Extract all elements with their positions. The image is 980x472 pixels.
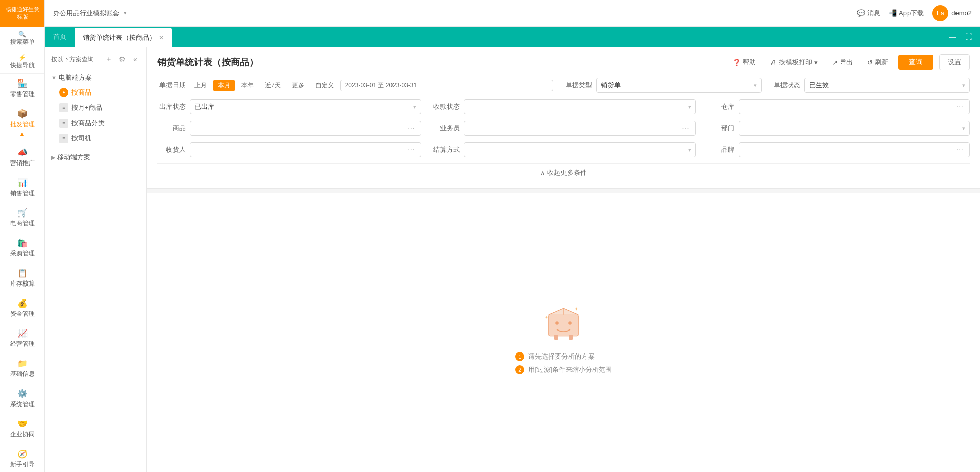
left-panel: 按以下方案查询 ＋ ⚙ « ▼ 电脑端方案 ● 按商品 ≡ bbox=[45, 47, 147, 472]
scheme-item-by-category[interactable]: ≡ 按商品分类 bbox=[45, 115, 146, 131]
app-download-btn[interactable]: 📲 App下载 bbox=[889, 9, 924, 18]
sidebar-item-basic[interactable]: 📁 基础信息 bbox=[0, 353, 44, 384]
collapse-bar[interactable]: ∧ 收起更多条件 bbox=[157, 163, 970, 181]
tab-active[interactable]: 销货单统计表（按商品） ✕ bbox=[75, 28, 172, 48]
tab-minimize-btn[interactable]: — bbox=[945, 30, 960, 44]
sidebar-search[interactable]: 🔍 搜索菜单 bbox=[0, 27, 44, 51]
filter-area: 销货单统计表（按商品） ❓ 帮助 🖨 按模板打印 ▾ bbox=[147, 47, 980, 189]
add-scheme-btn[interactable]: ＋ bbox=[104, 54, 114, 64]
app-logo: 畅捷通好生意 标版 bbox=[0, 0, 45, 27]
warehouse-dots-icon[interactable]: ··· bbox=[954, 102, 965, 111]
sidebar-item-purchase[interactable]: 🛍️ 采购管理 bbox=[0, 233, 44, 263]
empty-illustration: ✦ ✦ bbox=[538, 291, 589, 344]
svg-point-2 bbox=[555, 321, 559, 325]
this-year-btn[interactable]: 本年 bbox=[237, 80, 258, 91]
receiver-input[interactable]: ··· bbox=[190, 142, 421, 157]
7days-btn[interactable]: 近7天 bbox=[260, 80, 285, 91]
page-content: 按以下方案查询 ＋ ⚙ « ▼ 电脑端方案 ● 按商品 ≡ bbox=[45, 47, 980, 472]
scheme-item-by-driver[interactable]: ≡ 按司机 bbox=[45, 131, 146, 146]
salesperson-dots-icon[interactable]: ··· bbox=[680, 124, 691, 133]
sidebar-item-inventory[interactable]: 📋 库存核算 bbox=[0, 263, 44, 293]
filter-date: 单据日期 上月 本月 本年 近7天 更多 自定义 2023-03-01 至 20… bbox=[157, 80, 553, 91]
svg-point-3 bbox=[568, 321, 572, 325]
system-icon: ⚙️ bbox=[17, 389, 28, 398]
doc-type-select[interactable]: 销货单 ▾ bbox=[596, 78, 762, 93]
active-tab-label: 销货单统计表（按商品） bbox=[83, 33, 156, 42]
help-btn[interactable]: ❓ 帮助 bbox=[728, 56, 760, 69]
date-filter: 上月 本月 本年 近7天 更多 自定义 2023-03-01 至 2023-03… bbox=[190, 80, 553, 91]
sidebar-quick-nav[interactable]: ⚡ 快捷导航 bbox=[0, 51, 44, 74]
page-inner: 按以下方案查询 ＋ ⚙ « ▼ 电脑端方案 ● 按商品 ≡ bbox=[45, 47, 980, 472]
scheme-item-by-month-product[interactable]: ≡ 按月+商品 bbox=[45, 100, 146, 115]
custom-date-btn[interactable]: 自定义 bbox=[311, 80, 338, 91]
sidebar-item-finance[interactable]: 💰 资金管理 bbox=[0, 293, 44, 323]
salesperson-input[interactable]: ··· bbox=[464, 121, 695, 136]
refresh-btn[interactable]: ↺ 刷新 bbox=[863, 56, 892, 69]
this-month-btn[interactable]: 本月 bbox=[213, 80, 235, 91]
sidebar-item-enterprise[interactable]: 🤝 企业协同 bbox=[0, 414, 44, 444]
main-area: 办公用品行业模拟账套 ▾ 💬 消息 📲 App下载 Ea demo2 首页 bbox=[45, 0, 980, 472]
filter-warehouse: 仓库 ··· bbox=[696, 99, 970, 114]
brand-label: 品牌 bbox=[706, 145, 734, 154]
print-btn[interactable]: 🖨 按模板打印 ▾ bbox=[766, 56, 822, 69]
sidebar-item-system[interactable]: ⚙️ 系统管理 bbox=[0, 384, 44, 414]
sidebar-item-operations[interactable]: 📈 经营管理 bbox=[0, 323, 44, 353]
message-btn[interactable]: 💬 消息 bbox=[857, 9, 880, 18]
sidebar-item-sales[interactable]: 📊 销售管理 bbox=[0, 173, 44, 203]
topbar-title: 办公用品行业模拟账套 bbox=[53, 9, 119, 18]
doc-status-select[interactable]: 已生效 ▾ bbox=[804, 78, 970, 93]
scheme-item-by-product[interactable]: ● 按商品 bbox=[45, 85, 146, 100]
user-menu[interactable]: Ea demo2 bbox=[932, 5, 972, 21]
product-dots-icon[interactable]: ··· bbox=[406, 124, 416, 133]
export-btn[interactable]: ↗ 导出 bbox=[828, 56, 857, 69]
settings-btn[interactable]: 设置 bbox=[939, 54, 970, 70]
tabbar: 首页 销货单统计表（按商品） ✕ — ⛶ bbox=[45, 27, 980, 47]
product-label: 商品 bbox=[157, 124, 186, 133]
page-title: 销货单统计表（按商品） bbox=[157, 56, 258, 68]
payment-status-select[interactable]: ▾ bbox=[464, 99, 695, 114]
finance-icon: 💰 bbox=[17, 298, 28, 308]
topbar-dropdown-icon[interactable]: ▾ bbox=[124, 10, 127, 16]
sidebar-item-marketing[interactable]: 📣 营销推广 bbox=[0, 143, 44, 173]
scheme-parent-label: 电脑端方案 bbox=[59, 73, 92, 82]
sidebar: 畅捷通好生意 标版 🔍 搜索菜单 ⚡ 快捷导航 🏪 零售管理 📦 批发管理 ▲ … bbox=[0, 0, 45, 472]
brand-dots-icon[interactable]: ··· bbox=[954, 145, 965, 154]
sidebar-item-ecommerce[interactable]: 🛒 电商管理 bbox=[0, 203, 44, 233]
wholesale-icon: 📦 bbox=[17, 109, 28, 119]
date-range-input[interactable]: 2023-03-01 至 2023-03-31 bbox=[340, 80, 553, 91]
filter-row-1: 单据日期 上月 本月 本年 近7天 更多 自定义 2023-03-01 至 20… bbox=[157, 78, 970, 93]
query-btn[interactable]: 查询 bbox=[898, 55, 933, 70]
scheme-parent-mobile[interactable]: ▶ 移动端方案 bbox=[45, 150, 146, 164]
sidebar-item-guide[interactable]: 🧭 新手引导 bbox=[0, 444, 44, 472]
tab-home[interactable]: 首页 bbox=[45, 27, 75, 47]
filter-payment-method: 结算方式 ▾ bbox=[421, 142, 695, 157]
doc-type-chevron: ▾ bbox=[754, 82, 757, 89]
filter-row-2: 出库状态 已出库 ▾ 收款状态 ▾ bbox=[157, 99, 970, 114]
left-panel-title: 按以下方案查询 bbox=[51, 55, 101, 64]
filter-doc-type: 单据类型 销货单 ▾ bbox=[553, 78, 762, 93]
settings-scheme-btn[interactable]: ⚙ bbox=[117, 54, 127, 64]
department-select[interactable]: ▾ bbox=[739, 121, 970, 136]
scheme-parent-pc[interactable]: ▼ 电脑端方案 bbox=[45, 70, 146, 85]
tab-close-icon[interactable]: ✕ bbox=[159, 34, 164, 41]
payment-method-label: 结算方式 bbox=[431, 145, 460, 154]
last-month-btn[interactable]: 上月 bbox=[190, 80, 211, 91]
scheme-parent-mobile-label: 移动端方案 bbox=[57, 153, 90, 162]
right-panel: 销货单统计表（按商品） ❓ 帮助 🖨 按模板打印 ▾ bbox=[147, 47, 980, 472]
expand-icon: ▲ bbox=[19, 130, 26, 137]
ecommerce-icon: 🛒 bbox=[17, 208, 28, 218]
print-icon: 🖨 bbox=[770, 59, 777, 66]
brand-input[interactable]: ··· bbox=[739, 142, 970, 157]
out-status-select[interactable]: 已出库 ▾ bbox=[190, 99, 421, 114]
product-input[interactable]: ··· bbox=[190, 121, 421, 136]
tab-fullscreen-btn[interactable]: ⛶ bbox=[962, 30, 976, 44]
sidebar-item-wholesale[interactable]: 📦 批发管理 ▲ bbox=[0, 104, 44, 143]
doc-status-chevron: ▾ bbox=[962, 82, 965, 89]
more-date-btn[interactable]: 更多 bbox=[287, 80, 309, 91]
collapse-panel-btn[interactable]: « bbox=[130, 54, 140, 64]
sidebar-item-retail[interactable]: 🏪 零售管理 bbox=[0, 74, 44, 104]
receiver-dots-icon[interactable]: ··· bbox=[406, 145, 416, 154]
collapse-label: 收起更多条件 bbox=[547, 168, 587, 177]
warehouse-input[interactable]: ··· bbox=[739, 99, 970, 114]
payment-method-select[interactable]: ▾ bbox=[464, 142, 695, 157]
